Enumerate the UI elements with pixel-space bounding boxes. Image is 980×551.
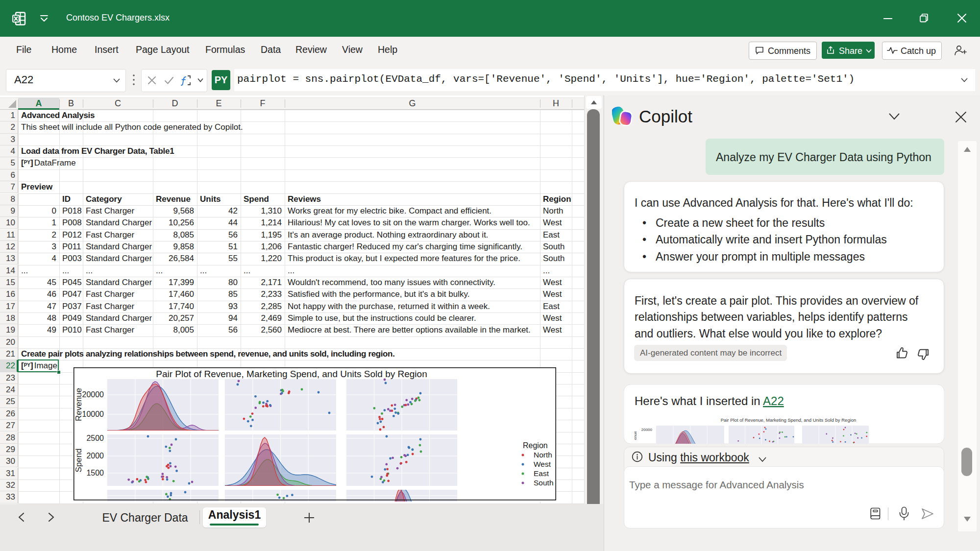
svg-text:East: East — [534, 469, 549, 478]
svg-text:20000: 20000 — [641, 428, 653, 432]
svg-text:Pair Plot of Revenue, Marketin: Pair Plot of Revenue, Marketing Spend, a… — [721, 417, 857, 423]
svg-text:South: South — [534, 479, 554, 487]
svg-text:20000: 20000 — [82, 390, 104, 399]
svg-text:Pair Plot of Revenue, Marketin: Pair Plot of Revenue, Marketing Spend, a… — [156, 369, 427, 379]
svg-text:2000: 2000 — [86, 452, 104, 460]
svg-text:Here's what I inserted in A22: Here's what I inserted in A22 — [635, 394, 784, 407]
svg-text:Spend: Spend — [74, 448, 83, 472]
svg-text:enue: enue — [633, 431, 637, 440]
svg-text:West: West — [534, 460, 551, 468]
svg-text:1500: 1500 — [86, 469, 104, 477]
svg-text:2500: 2500 — [86, 434, 104, 442]
svg-text:10000: 10000 — [82, 410, 104, 418]
svg-text:Revenue: Revenue — [74, 388, 83, 421]
svg-text:Region: Region — [523, 441, 548, 450]
svg-text:North: North — [534, 451, 552, 459]
